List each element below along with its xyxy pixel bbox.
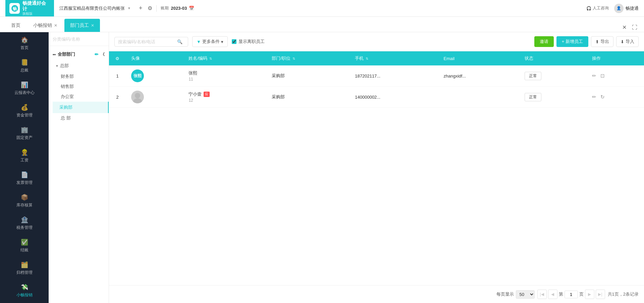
support-button[interactable]: 🎧 人工咨询 xyxy=(586,5,609,11)
row1-emp-name: 张熙 xyxy=(189,70,261,76)
avatar: 👤 xyxy=(614,4,624,13)
next-page-button[interactable]: ▶ xyxy=(585,290,594,299)
tab-expense[interactable]: 小畅报销 ✕ xyxy=(28,19,63,32)
row1-logout-icon[interactable]: ⊡ xyxy=(600,73,605,79)
dept-search-input[interactable] xyxy=(53,37,109,42)
first-page-button[interactable]: |◀ xyxy=(537,290,547,299)
sidebar-item-close[interactable]: ✅ 结账 xyxy=(0,235,49,257)
row1-phone-cell: 187202117... xyxy=(350,65,438,87)
toolbar-right: 邀请 + 新增员工 ⬆ 导出 ⬇ 导入 xyxy=(534,36,639,47)
current-page-input[interactable] xyxy=(565,291,578,298)
dept-sales[interactable]: 销售部 xyxy=(53,82,109,92)
sidebar-item-archive[interactable]: 🗂️ 归档管理 xyxy=(0,257,49,280)
expense-icon: 💸 xyxy=(21,284,28,291)
tab-expense-close[interactable]: ✕ xyxy=(54,23,57,28)
content-area: 🔍 ▪▪ 全部部门 ✏ 《 ▼ 总部 xyxy=(49,32,644,303)
import-label: 导入 xyxy=(626,39,634,45)
header-right: 🎧 人工咨询 👤 畅捷通 xyxy=(586,4,639,13)
sidebar-label-expense: 小畅报销 xyxy=(16,292,33,298)
sidebar-item-ledger[interactable]: 📒 总账 xyxy=(0,55,49,77)
import-button[interactable]: ⬇ 导入 xyxy=(616,36,639,47)
tab-home[interactable]: 首页 xyxy=(5,19,26,32)
employee-table-container: ⚙ 头像 姓名/编码 ⇅ 部门/职位 ⇅ xyxy=(109,51,644,285)
page-unit-label: 页 xyxy=(579,291,584,297)
add-employee-button[interactable]: + 新增员工 xyxy=(556,36,588,47)
sidebar-label-funds: 资金管理 xyxy=(16,112,33,118)
tab-close-action[interactable]: ✕ xyxy=(621,23,628,32)
th-dept[interactable]: 部门/职位 ⇅ xyxy=(266,51,350,65)
sidebar-item-home[interactable]: 🏠 首页 xyxy=(0,32,49,55)
sidebar-item-expense[interactable]: 💸 小畅报销 xyxy=(0,280,49,302)
pagination: 每页显示 50 10 20 100 |◀ ◀ 第 xyxy=(109,285,644,303)
tab-expand-action[interactable]: ⛶ xyxy=(631,23,639,32)
dept-edit-icon[interactable]: ✏ xyxy=(95,52,99,57)
sidebar-label-assets: 固定资产 xyxy=(16,135,33,141)
sidebar-item-funds[interactable]: 💰 资金管理 xyxy=(0,100,49,122)
employee-search-input[interactable] xyxy=(118,39,174,44)
sidebar-label-close: 结账 xyxy=(20,247,29,253)
row2-actions-cell: ✏ ↻ xyxy=(587,87,644,108)
invite-button[interactable]: 邀请 xyxy=(534,36,554,47)
inventory-icon: 📦 xyxy=(21,194,28,201)
tab-dept-employee[interactable]: 部门员工 ✕ xyxy=(64,19,100,32)
show-resigned-checkbox[interactable] xyxy=(232,39,236,44)
expand-icon: ▼ xyxy=(55,64,59,68)
logo-subtitle: 旗舰版 xyxy=(22,11,50,16)
row1-edit-icon[interactable]: ✏ xyxy=(592,73,596,79)
row2-edit-icon[interactable]: ✏ xyxy=(592,94,596,100)
row1-name-code: 张熙 11 xyxy=(189,70,261,82)
logo-icon: 畅 xyxy=(9,3,20,14)
th-settings[interactable]: ⚙ xyxy=(109,51,126,65)
th-dept-sort-icon[interactable]: ⇅ xyxy=(292,57,295,60)
th-name-sort-icon[interactable]: ⇅ xyxy=(209,57,212,60)
sidebar-label-ledger: 总账 xyxy=(20,67,29,73)
th-avatar: 头像 xyxy=(126,51,183,65)
sidebar-item-reports[interactable]: 📊 云报表中心 xyxy=(0,77,49,100)
company-dropdown-icon: ▼ xyxy=(127,6,131,10)
period-selector[interactable]: 账期 2023-03 📅 xyxy=(158,5,197,11)
dept-procurement[interactable]: 采购部 xyxy=(53,102,109,113)
sidebar-item-salary[interactable]: 👷 工资 xyxy=(0,145,49,167)
dept-node-general[interactable]: ▼ 总部 xyxy=(49,60,109,71)
sidebar-item-inventory[interactable]: 📦 库存核算 xyxy=(0,190,49,212)
add-button[interactable]: + xyxy=(136,5,145,12)
row2-refresh-icon[interactable]: ↻ xyxy=(600,94,605,100)
th-name[interactable]: 姓名/编码 ⇅ xyxy=(183,51,266,65)
tab-dept-close[interactable]: ✕ xyxy=(91,23,94,28)
home-icon: 🏠 xyxy=(21,36,28,44)
last-page-button[interactable]: ▶| xyxy=(596,290,605,299)
tab-right-actions: ✕ ⛶ xyxy=(621,23,639,32)
th-phone-sort-icon[interactable]: ⇅ xyxy=(366,57,368,60)
logo-area: 畅 畅捷通好会计 旗舰版 xyxy=(5,0,54,16)
company-selector[interactable]: 江西服宝精品有限责任公司内账张 ▼ xyxy=(54,5,136,11)
export-icon: ⬆ xyxy=(595,39,599,44)
user-menu[interactable]: 👤 畅捷通 xyxy=(614,4,639,13)
sidebar-item-invoice[interactable]: 📄 发票管理 xyxy=(0,167,49,190)
sidebar-item-tax[interactable]: 🏦 税务管理 xyxy=(0,212,49,235)
tab-dept-label: 部门员工 xyxy=(70,22,89,29)
prev-page-button[interactable]: ◀ xyxy=(548,290,557,299)
row2-status-badge: 正常 xyxy=(525,93,541,101)
export-button[interactable]: ⬆ 导出 xyxy=(591,36,613,47)
sidebar-item-assets[interactable]: 🏢 固定资产 xyxy=(0,122,49,145)
show-resigned-text: 显示离职员工 xyxy=(238,39,265,45)
employee-search-icon[interactable]: 🔍 xyxy=(177,39,182,44)
dept-office[interactable]: 办公室 xyxy=(53,92,109,102)
dept-finance[interactable]: 财务部 xyxy=(53,71,109,82)
th-dept-label: 部门/职位 xyxy=(272,56,290,61)
page-nav: |◀ ◀ 第 页 ▶ ▶| xyxy=(537,290,605,299)
more-filter-button[interactable]: ▼ 更多条件 ▾ xyxy=(192,36,228,47)
row1-emp-code: 11 xyxy=(189,77,261,82)
th-phone[interactable]: 手机 ⇅ xyxy=(350,51,438,65)
user-avatar-icon: 👤 xyxy=(616,6,621,10)
per-page-dropdown[interactable]: 50 10 20 100 xyxy=(516,290,535,299)
dept-label-general: 总部 xyxy=(60,63,69,69)
dept-collapse-icon[interactable]: 《 xyxy=(101,52,105,57)
all-dept-header[interactable]: ▪▪ 全部部门 ✏ 《 xyxy=(49,49,109,60)
employee-table: ⚙ 头像 姓名/编码 ⇅ 部门/职位 ⇅ xyxy=(109,51,644,108)
show-resigned-label[interactable]: 显示离职员工 xyxy=(232,39,265,45)
settings-icon[interactable]: ⚙ xyxy=(145,5,155,11)
table-row: 1 张熙 张熙 11 xyxy=(109,65,644,87)
dept-hq[interactable]: 总 部 xyxy=(53,113,109,123)
calendar-icon: 📅 xyxy=(189,6,194,11)
